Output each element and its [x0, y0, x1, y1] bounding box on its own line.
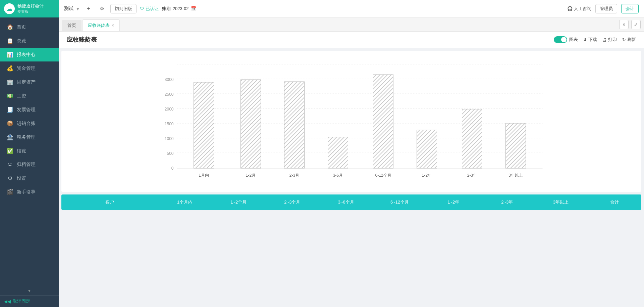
th-3-6month: 3~6个月 [319, 194, 373, 210]
svg-rect-24 [462, 109, 482, 168]
sidebar-item-wages[interactable]: 💵 工资 [0, 89, 59, 103]
close-tab-button[interactable]: × [619, 20, 629, 29]
th-3plus-year: 3年以上 [534, 194, 588, 210]
tab-home[interactable]: 首页 [62, 20, 82, 31]
svg-text:2-3年: 2-3年 [467, 173, 477, 178]
svg-rect-25 [506, 123, 526, 168]
main-area: 测试 ▼ ＋ ⚙ 切到旧版 🛡 已认证 账期 2023-02 📅 🎧 人工咨询 … [59, 0, 644, 307]
download-button[interactable]: ⬇ 下载 [583, 37, 597, 43]
topbar-right: 🎧 人工咨询 管理员 会计 [567, 4, 639, 13]
chart-toggle-wrap: 图表 [554, 36, 578, 43]
certified-badge: 🛡 已认证 [140, 6, 159, 12]
sidebar-item-settings[interactable]: ⚙ 设置 [0, 171, 59, 185]
assets-icon: 🏢 [7, 79, 13, 85]
user-button[interactable]: 管理员 [595, 4, 617, 13]
chart-toggle[interactable] [554, 36, 567, 43]
svg-text:3000: 3000 [165, 77, 174, 82]
switch-version-button[interactable]: 切到旧版 [110, 4, 137, 13]
calendar-icon[interactable]: 📅 [191, 6, 196, 11]
invoice-icon: 🧾 [7, 106, 13, 113]
svg-rect-20 [284, 82, 305, 168]
guide-icon: 🎬 [7, 189, 13, 195]
svg-text:3年以上: 3年以上 [508, 173, 523, 178]
svg-text:1-2年: 1-2年 [422, 173, 432, 178]
sidebar-item-archive[interactable]: 🗂 归档管理 [0, 158, 59, 171]
svg-text:1500: 1500 [165, 122, 174, 126]
settings-icon: ⚙ [7, 175, 13, 181]
svg-text:2000: 2000 [165, 107, 174, 112]
tax-icon: 🏦 [7, 134, 13, 140]
svg-rect-18 [194, 82, 214, 168]
role-button[interactable]: 会计 [621, 4, 639, 13]
th-1-2month: 1~2个月 [212, 194, 265, 210]
svg-text:1-2月: 1-2月 [246, 173, 256, 178]
th-1month: 1个月内 [158, 194, 212, 210]
svg-text:6-12个月: 6-12个月 [375, 173, 391, 178]
settle-icon: ✅ [7, 148, 13, 154]
cancel-fixed-button[interactable]: ◀◀ 取消固定 [0, 295, 59, 307]
sidebar-item-ledger[interactable]: 📋 总账 [0, 34, 59, 48]
tab-close-icon[interactable]: × [112, 23, 114, 28]
chart-toggle-label: 图表 [569, 37, 578, 43]
svg-text:2-3月: 2-3月 [289, 173, 299, 178]
svg-rect-21 [328, 137, 348, 168]
sidebar-scroll-indicator: ▼ [0, 287, 59, 295]
content-area: 应收账龄表 图表 ⬇ 下载 🖨 打印 ↻ 刷新 [59, 32, 644, 307]
service-button[interactable]: 🎧 人工咨询 [567, 6, 591, 12]
tabs-actions: × ⤢ [619, 20, 641, 29]
logo-text: 畅捷通好会计 专业版 [17, 3, 44, 14]
th-total: 合计 [588, 194, 641, 210]
add-button[interactable]: ＋ [84, 4, 94, 14]
page-header: 应收账龄表 图表 ⬇ 下载 🖨 打印 ↻ 刷新 [59, 32, 644, 48]
sidebar-item-funds[interactable]: 💰 资金管理 [0, 61, 59, 75]
sidebar-item-guide[interactable]: 🎬 新手引导 [0, 185, 59, 199]
th-2-3month: 2~3个月 [265, 194, 319, 210]
th-1-2year: 1~2年 [427, 194, 480, 210]
svg-text:1000: 1000 [165, 136, 174, 141]
pin-icon: ◀◀ [4, 299, 11, 304]
ledger-icon: 📋 [7, 38, 13, 44]
chart-svg: 0 500 1000 1500 2000 2500 3000 [71, 57, 631, 185]
expand-button[interactable]: ⤢ [631, 20, 641, 29]
tab-receivable-aging[interactable]: 应收账龄表 × [82, 19, 120, 31]
svg-text:0: 0 [171, 166, 174, 171]
th-customer: 客户 [61, 194, 158, 210]
print-icon: 🖨 [602, 37, 607, 42]
sidebar: ☁ 畅捷通好会计 专业版 🏠 首页 📋 总账 📊 报表中心 💰 资金管理 🏢 固… [0, 0, 59, 307]
svg-rect-22 [373, 75, 393, 168]
svg-text:2500: 2500 [165, 92, 174, 97]
logo-icon: ☁ [4, 3, 15, 14]
th-2-3year: 2~3年 [480, 194, 534, 210]
reports-icon: 📊 [7, 51, 13, 58]
home-icon: 🏠 [7, 24, 13, 30]
archive-icon: 🗂 [7, 162, 13, 168]
sidebar-item-home[interactable]: 🏠 首页 [0, 20, 59, 34]
sidebar-item-assets[interactable]: 🏢 固定资产 [0, 75, 59, 89]
sidebar-item-settle[interactable]: ✅ 结账 [0, 144, 59, 158]
project-selector[interactable]: 测试 ▼ [64, 6, 80, 12]
funds-icon: 💰 [7, 65, 13, 72]
chevron-down-icon: ▼ [75, 6, 80, 11]
svg-text:3-6月: 3-6月 [333, 173, 343, 178]
sidebar-item-tax[interactable]: 🏦 税务管理 [0, 130, 59, 144]
page-title: 应收账龄表 [67, 36, 97, 44]
bar-chart: 0 500 1000 1500 2000 2500 3000 [71, 57, 631, 185]
download-icon: ⬇ [583, 37, 587, 42]
svg-text:1月内: 1月内 [199, 173, 209, 178]
settings-button[interactable]: ⚙ [97, 4, 107, 14]
sidebar-item-reports[interactable]: 📊 报表中心 [0, 48, 59, 61]
refresh-icon: ↻ [622, 37, 626, 42]
table-header: 客户 1个月内 1~2个月 2~3个月 3~6个月 6~12个月 1~2年 2~… [61, 194, 641, 210]
sidebar-item-invoice[interactable]: 🧾 发票管理 [0, 103, 59, 117]
shield-icon: 🛡 [140, 6, 144, 11]
sidebar-item-trade[interactable]: 📦 进销台账 [0, 117, 59, 130]
refresh-button[interactable]: ↻ 刷新 [622, 37, 636, 43]
th-6-12month: 6~12个月 [373, 194, 427, 210]
data-table: 客户 1个月内 1~2个月 2~3个月 3~6个月 6~12个月 1~2年 2~… [61, 194, 641, 210]
sidebar-nav: 🏠 首页 📋 总账 📊 报表中心 💰 资金管理 🏢 固定资产 💵 工资 🧾 发票… [0, 17, 59, 287]
svg-text:500: 500 [167, 151, 173, 156]
trade-icon: 📦 [7, 120, 13, 127]
wages-icon: 💵 [7, 93, 13, 99]
print-button[interactable]: 🖨 打印 [602, 37, 617, 43]
headphone-icon: 🎧 [567, 6, 573, 11]
